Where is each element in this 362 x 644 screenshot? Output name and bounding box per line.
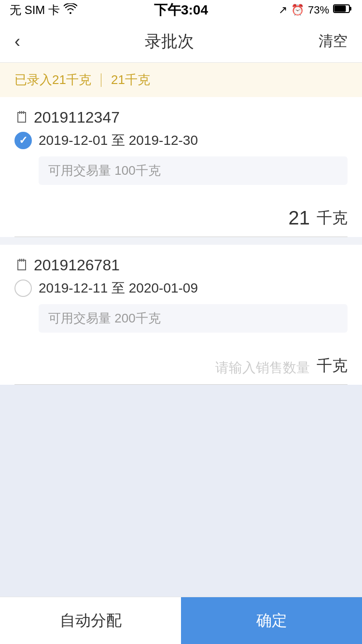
status-left: 无 SIM 卡 (10, 2, 77, 18)
svg-rect-2 (334, 6, 346, 12)
recorded-label: 已录入21千克 (14, 71, 91, 88)
back-button[interactable]: ‹ (14, 31, 20, 52)
auto-distribute-button[interactable]: 自动分配 (0, 597, 181, 644)
avail-text-1: 可用交易量 100千克 (48, 163, 161, 178)
summary-amount: 21千克 (111, 71, 150, 88)
batch-date-row-2[interactable]: 2019-12-11 至 2020-01-09 (14, 279, 348, 297)
page-content: 已录入21千克 21千克 🗒 2019112347 2019-12-01 至 2… (0, 63, 362, 644)
summary-divider (101, 73, 101, 87)
nav-bar: ‹ 录批次 清空 (0, 20, 362, 63)
confirm-button[interactable]: 确定 (181, 597, 362, 644)
unit-label-1: 千克 (317, 208, 348, 229)
page-title: 录批次 (145, 30, 194, 53)
quantity-input-2[interactable] (213, 355, 310, 377)
quantity-input-1[interactable] (213, 207, 310, 229)
section-separator-1 (0, 237, 362, 245)
wifi-icon (64, 3, 77, 17)
radio-2[interactable] (14, 280, 32, 297)
clear-button[interactable]: 清空 (319, 31, 348, 51)
clock-icon: ⏰ (291, 4, 304, 16)
svg-rect-1 (349, 7, 351, 11)
batch-card-1: 🗒 2019112347 2019-12-01 至 2019-12-30 可用交… (0, 97, 362, 237)
batch-id-2: 2019126781 (34, 256, 120, 274)
batch-doc-icon-1: 🗒 (14, 109, 30, 126)
input-row-2: 千克 (0, 347, 362, 384)
batch-item-1: 🗒 2019112347 2019-12-01 至 2019-12-30 可用交… (0, 97, 362, 199)
batch-card-2: 🗒 2019126781 2019-12-11 至 2020-01-09 可用交… (0, 245, 362, 385)
batch-item-2: 🗒 2019126781 2019-12-11 至 2020-01-09 可用交… (0, 245, 362, 347)
status-right: ↗ ⏰ 73% (278, 3, 352, 17)
batch-date-1: 2019-12-01 至 2019-12-30 (39, 131, 198, 150)
status-time: 下午3:04 (154, 1, 208, 19)
batch-id-1: 2019112347 (34, 109, 120, 126)
batch-header-1: 🗒 2019112347 (14, 109, 348, 126)
avail-box-1: 可用交易量 100千克 (39, 156, 348, 185)
avail-box-2: 可用交易量 200千克 (39, 304, 348, 333)
status-bar: 无 SIM 卡 下午3:04 ↗ ⏰ 73% (0, 0, 362, 20)
radio-1[interactable] (14, 132, 32, 149)
summary-bar: 已录入21千克 21千克 (0, 63, 362, 97)
batch-date-2: 2019-12-11 至 2020-01-09 (39, 279, 198, 297)
unit-label-2: 千克 (317, 355, 348, 377)
no-sim-text: 无 SIM 卡 (10, 2, 60, 18)
batch-header-2: 🗒 2019126781 (14, 256, 348, 274)
location-icon: ↗ (278, 4, 287, 16)
batch-doc-icon-2: 🗒 (14, 256, 30, 274)
batch-date-row-1[interactable]: 2019-12-01 至 2019-12-30 (14, 131, 348, 150)
bottom-bar: 自动分配 确定 (0, 597, 362, 644)
input-row-1: 千克 (0, 199, 362, 237)
battery-text: 73% (308, 4, 329, 16)
battery-icon (333, 3, 352, 17)
avail-text-2: 可用交易量 200千克 (48, 311, 161, 325)
